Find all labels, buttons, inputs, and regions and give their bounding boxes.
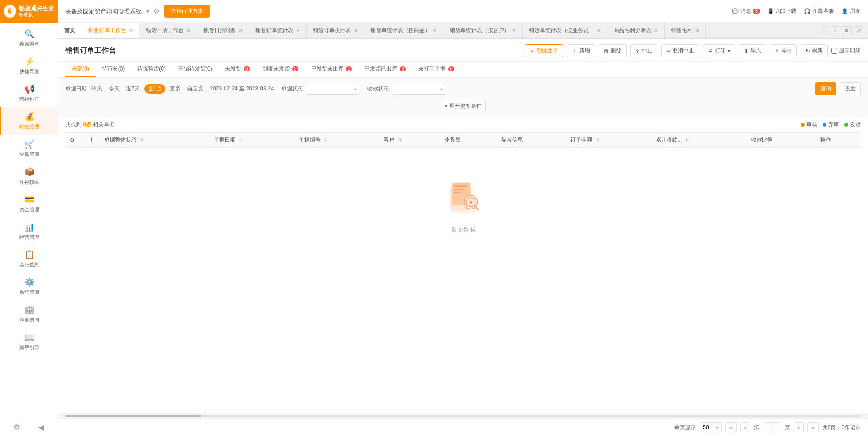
sidebar-item-label: 营销推广 xyxy=(19,96,39,103)
header-gear-icon[interactable]: ⚙ xyxy=(153,7,160,15)
gear-icon[interactable]: ⚙ xyxy=(70,137,75,143)
tab-maximize[interactable]: ⤢ xyxy=(854,26,864,35)
first-page-btn[interactable]: « xyxy=(725,422,737,432)
stop-btn[interactable]: ⊘ 中止 xyxy=(630,44,657,57)
sort-amount-icon[interactable]: ⇅ xyxy=(596,137,599,142)
filter-tab-pending-check[interactable]: 待拣验货(0) xyxy=(131,62,172,77)
sort-customer-icon[interactable]: ⇅ xyxy=(398,137,402,142)
sidebar-item-search[interactable]: 🔍 搜索菜单 xyxy=(0,24,58,52)
review-action[interactable]: 审核 xyxy=(801,121,817,128)
scrollbar-area[interactable] xyxy=(58,413,868,418)
tab-sales-stat[interactable]: 销售订单统计表 ✕ xyxy=(249,23,307,39)
tab-home[interactable]: 首页 xyxy=(58,23,82,39)
refresh-btn[interactable]: ↻ 刷新 xyxy=(801,44,828,57)
per-page-select[interactable]: 10 20 50 100 xyxy=(700,422,722,432)
filter-tab-pending-review[interactable]: 待审核(0) xyxy=(96,62,131,77)
next-page-btn[interactable]: › xyxy=(794,422,804,432)
tab-sales-stat-customer-close[interactable]: ✕ xyxy=(512,28,516,33)
date-opt-7days[interactable]: 近7天 xyxy=(124,84,142,94)
filter-tab-shipped-out[interactable]: 已发货已出库 0 xyxy=(358,62,412,77)
tab-cash-account-close[interactable]: ✕ xyxy=(239,28,242,33)
unaudit-action[interactable]: 弃审 xyxy=(823,121,839,128)
sidebar-item-finance[interactable]: 💳 资金管理 xyxy=(0,190,58,218)
delete-btn[interactable]: 🗑 删除 xyxy=(599,44,627,57)
tab-sales-stat-staff[interactable]: 销货单统计表（按业务员） ✕ xyxy=(523,23,607,39)
show-detail-input[interactable] xyxy=(831,48,837,54)
sidebar-item-marketing[interactable]: 📢 营销推广 xyxy=(0,80,58,107)
smart-generate-btn[interactable]: ★ 智能生单 xyxy=(525,44,563,57)
tab-cash-daily-close[interactable]: ✕ xyxy=(187,28,190,33)
filter-tab-not-shipped[interactable]: 未发货 0 xyxy=(219,62,256,77)
tab-cash-daily[interactable]: 钱货日清工作台 ✕ xyxy=(139,23,197,39)
tab-sales-stat-staff-close[interactable]: ✕ xyxy=(597,28,600,33)
sidebar-item-operations[interactable]: 📊 经营管理 xyxy=(0,218,58,245)
filter-tab-not-printed[interactable]: 未打印单据 0 xyxy=(412,62,460,77)
scrollbar-thumb[interactable] xyxy=(65,415,201,417)
status-select[interactable] xyxy=(306,84,360,95)
experience-btn[interactable]: 体验行业方案 xyxy=(164,5,210,18)
tab-sales-more[interactable]: 销售毛利 ✕ xyxy=(665,23,706,39)
user-name: 用友 xyxy=(850,7,861,15)
last-page-btn[interactable]: » xyxy=(807,422,819,432)
online-service-btn[interactable]: 🎧 在线客服 xyxy=(804,7,834,15)
import-btn[interactable]: ⬆ 导入 xyxy=(739,44,766,57)
export-btn[interactable]: ⬇ 导出 xyxy=(770,44,797,57)
show-detail-checkbox[interactable]: 显示明细 xyxy=(831,47,861,55)
tab-cash-account[interactable]: 钱货日清对账 ✕ xyxy=(197,23,249,39)
cancel-stop-btn[interactable]: ↩ 取消中止 xyxy=(661,44,699,57)
app-download-btn[interactable]: 📱 App下载 xyxy=(767,7,796,15)
date-opt-today[interactable]: 今天 xyxy=(107,84,121,94)
tab-sales-order-close[interactable]: ✕ xyxy=(129,28,133,33)
sort-number-icon[interactable]: ⇅ xyxy=(324,137,327,142)
expired-badge: 0 xyxy=(292,66,298,71)
sort-status-icon[interactable]: ⇅ xyxy=(140,137,144,142)
sidebar-item-basic-info[interactable]: 📋 基础信息 xyxy=(0,245,58,273)
scrollbar-track[interactable] xyxy=(65,415,861,417)
settings-filter-btn[interactable]: 设置 xyxy=(840,82,861,95)
tab-product-margin-close[interactable]: ✕ xyxy=(654,28,658,33)
sidebar-item-system[interactable]: ⚙️ 系统管理 xyxy=(0,273,58,300)
date-opt-more[interactable]: 更多 xyxy=(168,84,182,94)
select-all-checkbox[interactable] xyxy=(86,137,92,142)
sort-date-icon[interactable]: ⇅ xyxy=(239,137,242,142)
tab-nav-prev[interactable]: ‹ xyxy=(821,26,829,35)
sort-collected-icon[interactable]: ⇅ xyxy=(686,137,689,142)
filter-tab-expired[interactable]: 到期未发货 0 xyxy=(256,62,305,77)
sidebar-item-guide[interactable]: 📖 新手引导 xyxy=(0,328,58,355)
tab-close-all[interactable]: ✕ xyxy=(841,26,852,35)
filter-tab-wangpu[interactable]: 旺铺待发货(0) xyxy=(172,62,219,77)
sidebar-item-enterprise[interactable]: 🏢 企业协同 xyxy=(0,300,58,328)
payment-select[interactable] xyxy=(392,84,446,95)
filter-tab-shipped-not-out[interactable]: 已发货未出库 0 xyxy=(305,62,359,77)
tab-sales-exec[interactable]: 销售订单执行表 ✕ xyxy=(307,23,364,39)
tab-sales-stat-product[interactable]: 销货单统计表（按商品） ✕ xyxy=(364,23,443,39)
tab-sales-more-close[interactable]: ✕ xyxy=(695,28,699,33)
sidebar-collapse-btn[interactable]: ◀ xyxy=(38,423,44,431)
add-btn[interactable]: ＋ 新增 xyxy=(567,44,595,57)
system-dropdown-btn[interactable]: ▾ xyxy=(146,8,149,14)
sidebar-item-sales[interactable]: 💰 销售管理 xyxy=(0,107,58,135)
date-opt-custom[interactable]: 自定义 xyxy=(185,84,205,94)
tab-sales-stat-close[interactable]: ✕ xyxy=(296,28,300,33)
tab-product-margin[interactable]: 商品毛利分析表 ✕ xyxy=(607,23,665,39)
ship-action[interactable]: 发货 xyxy=(844,121,861,128)
tab-nav-next[interactable]: › xyxy=(831,26,839,35)
tab-sales-exec-close[interactable]: ✕ xyxy=(354,28,357,33)
tab-sales-order[interactable]: 销售订单工作台 ✕ xyxy=(82,23,139,39)
sidebar-item-quicknav[interactable]: ⚡ 快捷导航 xyxy=(0,52,58,80)
search-btn[interactable]: 查询 xyxy=(815,82,836,95)
page-input[interactable] xyxy=(763,422,781,432)
tab-sales-stat-customer[interactable]: 销货单统计表（按客户） ✕ xyxy=(443,23,523,39)
print-btn[interactable]: 🖨 打印 ▾ xyxy=(703,44,735,57)
tab-sales-stat-product-close[interactable]: ✕ xyxy=(433,28,436,33)
date-opt-1month[interactable]: 近1月 xyxy=(144,84,166,94)
sidebar-settings-btn[interactable]: ⚙ xyxy=(14,423,20,431)
prev-page-btn[interactable]: ‹ xyxy=(740,422,750,432)
sidebar-item-inventory[interactable]: 📦 库存核算 xyxy=(0,162,58,190)
expand-more-btn[interactable]: ▾ 展开更多条件 xyxy=(441,100,486,112)
filter-tab-all[interactable]: 全部(0) xyxy=(65,62,96,77)
message-btn[interactable]: 💬 消息 6 xyxy=(732,7,760,15)
user-menu-btn[interactable]: 👤 用友 xyxy=(841,7,861,15)
date-opt-yesterday[interactable]: 昨天 xyxy=(90,84,104,94)
sidebar-item-purchase[interactable]: 🛒 采购管理 xyxy=(0,135,58,162)
